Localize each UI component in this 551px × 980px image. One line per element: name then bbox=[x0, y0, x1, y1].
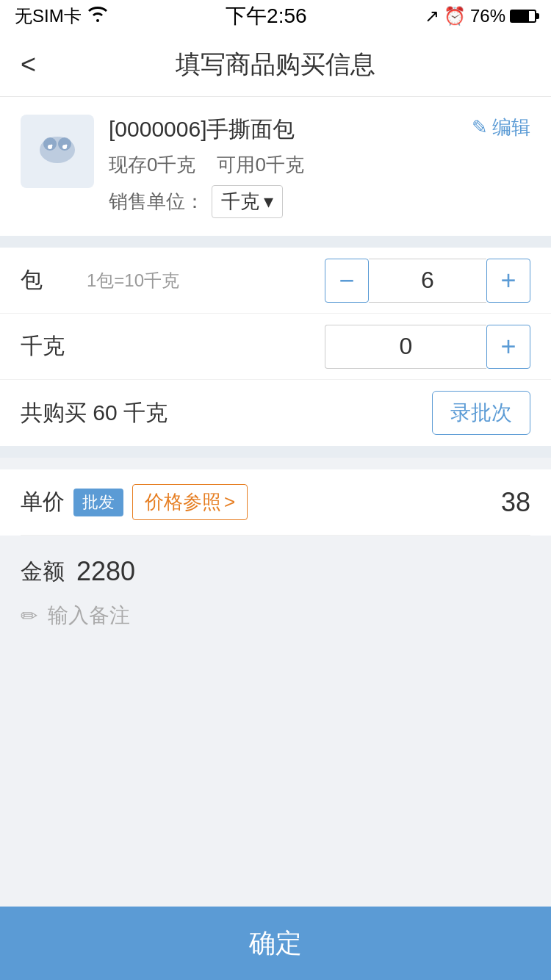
batch-button[interactable]: 录批次 bbox=[432, 391, 530, 435]
bag-controls: − + bbox=[325, 259, 530, 303]
bag-sub-label: 1包=10千克 bbox=[87, 269, 179, 292]
bag-label: 包 bbox=[21, 265, 79, 295]
bag-input[interactable] bbox=[369, 259, 486, 303]
status-time: 下午2:56 bbox=[226, 2, 307, 30]
status-bar: 无SIM卡 下午2:56 ↗ ⏰ 76% bbox=[0, 0, 551, 32]
page-title: 填写商品购买信息 bbox=[176, 48, 375, 82]
wifi-icon bbox=[87, 6, 108, 26]
location-icon: ↗ bbox=[425, 6, 439, 26]
edit-button[interactable]: ✎ 编辑 bbox=[472, 115, 530, 140]
unit-value: 千克 bbox=[221, 189, 259, 215]
alarm-icon: ⏰ bbox=[444, 6, 466, 26]
product-section: [0000006]手撕面包 现存0千克 可用0千克 销售单位： 千克 ▾ ✎ 编… bbox=[0, 97, 551, 236]
product-logo bbox=[35, 129, 79, 173]
price-label: 单价 bbox=[21, 487, 65, 517]
battery-percent: 76% bbox=[470, 6, 505, 26]
separator-2 bbox=[0, 446, 551, 458]
unit-select[interactable]: 千克 ▾ bbox=[212, 185, 283, 218]
edit-icon: ✎ bbox=[472, 116, 488, 139]
price-tag: 批发 bbox=[73, 489, 123, 516]
product-thumbnail bbox=[21, 115, 94, 188]
empty-space bbox=[0, 650, 551, 856]
edit-label: 编辑 bbox=[492, 115, 530, 140]
battery-icon bbox=[510, 10, 536, 23]
pencil-icon: ✏ bbox=[21, 604, 37, 628]
product-name: [0000006]手撕面包 bbox=[109, 115, 530, 145]
stock-label: 现存0千克 bbox=[109, 154, 195, 176]
status-left: 无SIM卡 bbox=[15, 4, 108, 28]
svg-point-4 bbox=[51, 145, 53, 147]
price-row: 单价 批发 价格参照 > 38 bbox=[21, 469, 530, 536]
separator-1 bbox=[0, 236, 551, 248]
available-label: 可用0千克 bbox=[217, 154, 303, 176]
kg-input-row: 千克 + bbox=[0, 314, 551, 380]
kg-label: 千克 bbox=[21, 331, 79, 361]
carrier-label: 无SIM卡 bbox=[15, 4, 82, 28]
price-ref-arrow: > bbox=[224, 491, 235, 514]
price-ref-button[interactable]: 价格参照 > bbox=[132, 484, 248, 520]
bag-plus-button[interactable]: + bbox=[486, 259, 530, 303]
bag-minus-button[interactable]: − bbox=[325, 259, 369, 303]
product-stock: 现存0千克 可用0千克 bbox=[109, 152, 530, 178]
remark-text: 输入备注 bbox=[48, 602, 130, 630]
product-row: [0000006]手撕面包 现存0千克 可用0千克 销售单位： 千克 ▾ bbox=[21, 115, 530, 218]
product-unit-row: 销售单位： 千克 ▾ bbox=[109, 185, 530, 218]
price-section: 单价 批发 价格参照 > 38 bbox=[0, 469, 551, 536]
unit-label: 销售单位： bbox=[109, 189, 204, 215]
total-text: 共购买 60 千克 bbox=[21, 398, 168, 428]
price-value: 38 bbox=[501, 487, 530, 518]
bag-input-row: 包 1包=10千克 − + bbox=[0, 248, 551, 314]
amount-label: 金额 bbox=[21, 557, 65, 587]
svg-point-6 bbox=[65, 145, 68, 147]
status-right: ↗ ⏰ 76% bbox=[425, 6, 536, 26]
confirm-bar[interactable]: 确定 bbox=[0, 907, 551, 980]
input-section: 包 1包=10千克 − + 千克 + 共购买 60 千克 录批次 bbox=[0, 248, 551, 446]
nav-bar: < 填写商品购买信息 bbox=[0, 32, 551, 97]
unit-dropdown-icon: ▾ bbox=[264, 190, 273, 213]
total-row: 共购买 60 千克 录批次 bbox=[0, 380, 551, 446]
remark-row[interactable]: ✏ 输入备注 bbox=[21, 602, 530, 650]
kg-input[interactable] bbox=[325, 325, 486, 369]
amount-row: 金额 2280 bbox=[21, 556, 530, 587]
confirm-label: 确定 bbox=[249, 926, 302, 962]
kg-controls: + bbox=[325, 325, 530, 369]
product-info: [0000006]手撕面包 现存0千克 可用0千克 销售单位： 千克 ▾ bbox=[109, 115, 530, 218]
kg-plus-button[interactable]: + bbox=[486, 325, 530, 369]
amount-section: 金额 2280 ✏ 输入备注 bbox=[0, 536, 551, 650]
price-ref-label: 价格参照 bbox=[145, 489, 221, 515]
amount-value: 2280 bbox=[76, 556, 135, 587]
back-button[interactable]: < bbox=[21, 49, 36, 80]
